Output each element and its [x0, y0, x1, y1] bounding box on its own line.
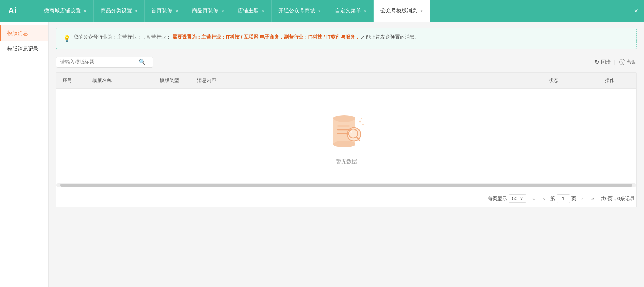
page-size-select: 每页显示 50 ∨ — [488, 194, 526, 203]
tab-label: 开通公众号商城 — [278, 7, 315, 14]
tab-close-icon[interactable]: × — [262, 8, 265, 14]
tab-templatemsg[interactable]: 公众号模版消息 × — [374, 0, 430, 22]
search-icon[interactable]: 🔍 — [139, 59, 146, 65]
scrollbar-thumb[interactable] — [60, 184, 632, 187]
svg-point-3 — [333, 141, 355, 147]
tab-category[interactable]: 商品分类设置 × — [94, 0, 145, 22]
svg-point-11 — [359, 120, 361, 122]
search-row: 🔍 ↻ 同步 | ? 帮助 — [56, 57, 637, 68]
table-header-row: 序号 模版名称 模版类型 消息内容 状态 操作 — [56, 73, 636, 89]
empty-illustration — [324, 107, 369, 152]
col-content: 消息内容 — [191, 73, 543, 89]
next-page-button[interactable]: › — [578, 194, 587, 203]
tab-close-icon[interactable]: × — [175, 8, 178, 14]
logo-tab: Ai — [0, 0, 37, 22]
tab-label: 首页装修 — [151, 7, 172, 14]
sidebar-item-template-msg-log[interactable]: 模版消息记录 — [0, 41, 48, 57]
total-records: 共0页，0条记录 — [600, 195, 635, 202]
svg-point-12 — [362, 124, 364, 125]
svg-point-2 — [333, 115, 355, 122]
page-input-wrap: 第 页 — [550, 194, 576, 203]
notice-text: 您的公众号行业为：主营行业：，副营行业： 需要设置为：主营行业：IT科技 / 互… — [74, 33, 419, 41]
tab-label: 商品页装修 — [192, 7, 218, 14]
main-layout: 模版消息 模版消息记录 💡 您的公众号行业为：主营行业：，副营行业： 需要设置为… — [0, 22, 644, 287]
search-input[interactable] — [60, 59, 139, 65]
page-number-input[interactable] — [557, 194, 570, 203]
tab-close-icon[interactable]: × — [84, 8, 87, 14]
notice-icon: 💡 — [63, 34, 71, 43]
tab-label: 自定义菜单 — [335, 7, 361, 14]
content-area: 💡 您的公众号行业为：主营行业：，副营行业： 需要设置为：主营行业：IT科技 /… — [49, 22, 644, 287]
prev-page-button[interactable]: ‹ — [540, 194, 549, 203]
page-unit: 页 — [571, 195, 576, 202]
tab-theme[interactable]: 店铺主题 × — [231, 0, 272, 22]
tab-homepage[interactable]: 首页装修 × — [145, 0, 185, 22]
tab-label: 公众号模版消息 — [380, 7, 417, 14]
empty-text: 暂无数据 — [336, 158, 357, 165]
sidebar: 模版消息 模版消息记录 — [0, 22, 49, 287]
help-button[interactable]: ? 帮助 — [619, 59, 637, 65]
tab-close-active-icon[interactable]: × — [420, 8, 423, 14]
empty-state: 暂无数据 — [56, 89, 636, 180]
tab-label: 商品分类设置 — [101, 7, 132, 14]
help-label: 帮助 — [627, 59, 637, 65]
page-navigation: « ‹ 第 页 › » — [529, 194, 597, 203]
page-size-dropdown[interactable]: 50 ∨ — [509, 194, 526, 203]
tab-close-icon[interactable]: × — [318, 8, 321, 14]
tab-label: 微商城店铺设置 — [44, 7, 81, 14]
first-page-button[interactable]: « — [529, 194, 538, 203]
notice-box: 💡 您的公众号行业为：主营行业：，副营行业： 需要设置为：主营行业：IT科技 /… — [56, 28, 637, 49]
tab-bar: Ai 微商城店铺设置 × 商品分类设置 × 首页装修 × 商品页装修 × 店铺主… — [0, 0, 644, 22]
col-name: 模版名称 — [86, 73, 154, 89]
page-size-label: 每页显示 — [488, 195, 507, 202]
notice-highlight: 需要设置为：主营行业：IT科技 / 互联网|电子商务，副营行业：IT科技 / I… — [172, 34, 360, 40]
help-icon: ? — [619, 59, 625, 65]
tab-openstore[interactable]: 开通公众号商城 × — [272, 0, 328, 22]
tab-custommenu[interactable]: 自定义菜单 × — [328, 0, 374, 22]
col-action: 操作 — [599, 73, 636, 89]
tab-close-icon[interactable]: × — [135, 8, 138, 14]
search-input-wrap[interactable]: 🔍 — [56, 57, 153, 68]
page-size-value: 50 — [512, 196, 517, 201]
table-container: 序号 模版名称 模版类型 消息内容 状态 操作 — [56, 72, 637, 207]
sync-label: 同步 — [601, 59, 611, 65]
search-actions: ↻ 同步 | ? 帮助 — [595, 59, 637, 65]
sync-button[interactable]: ↻ 同步 — [595, 59, 611, 65]
col-type: 模版类型 — [154, 73, 191, 89]
page-label: 第 — [550, 195, 555, 202]
window-close-button[interactable]: × — [628, 7, 644, 15]
tab-close-icon[interactable]: × — [221, 8, 224, 14]
tab-weshop[interactable]: 微商城店铺设置 × — [37, 0, 94, 22]
empty-row: 暂无数据 — [56, 88, 636, 180]
svg-point-13 — [361, 118, 362, 119]
sync-icon: ↻ — [595, 59, 600, 65]
data-table: 序号 模版名称 模版类型 消息内容 状态 操作 — [56, 73, 636, 180]
tab-productpage[interactable]: 商品页装修 × — [185, 0, 231, 22]
svg-point-10 — [350, 131, 352, 133]
tab-close-icon[interactable]: × — [364, 8, 367, 14]
pagination-row: 每页显示 50 ∨ « ‹ 第 页 › » — [56, 190, 636, 207]
horizontal-scrollbar[interactable] — [56, 183, 636, 187]
col-status: 状态 — [543, 73, 599, 89]
col-seq: 序号 — [56, 73, 86, 89]
last-page-button[interactable]: » — [588, 194, 597, 203]
sidebar-item-template-msg[interactable]: 模版消息 — [0, 25, 48, 41]
tab-label: 店铺主题 — [238, 7, 259, 14]
divider: | — [614, 59, 616, 65]
logo-text: Ai — [8, 6, 16, 16]
chevron-down-icon: ∨ — [520, 196, 523, 201]
